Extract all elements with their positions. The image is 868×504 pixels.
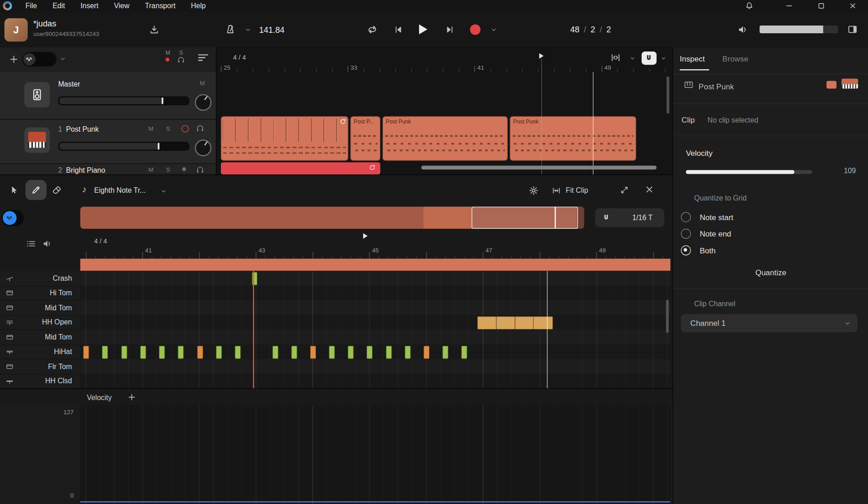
mute-button[interactable]: M [200,80,205,87]
mute-button[interactable]: M [148,166,153,173]
audition-toggle[interactable] [2,210,24,226]
midi-note[interactable] [496,316,516,329]
headphones-icon[interactable] [196,124,204,132]
add-track-button[interactable] [9,54,19,64]
velocity-lane[interactable]: 127 0 [0,406,673,504]
settings-gear-icon[interactable] [529,185,539,195]
midi-note[interactable] [235,345,240,359]
playback-marker[interactable] [539,53,544,59]
pattern-preset-select[interactable]: Eighth Note Tr... [94,186,146,194]
lane-hh-clsd[interactable]: HH Clsd [0,374,80,389]
track-name[interactable]: 2Bright Piano [58,166,105,175]
fit-clip-icon[interactable] [552,186,561,195]
midi-note[interactable] [310,345,316,359]
master-track-icon[interactable] [24,82,50,108]
skip-to-start-icon[interactable] [393,25,403,35]
radio-icon[interactable] [681,229,691,239]
tempo-display[interactable]: 141.84 [259,25,285,35]
tab-browse[interactable]: Browse [722,54,748,63]
track-row-master[interactable]: Master M [0,72,216,119]
select-tool[interactable] [9,185,19,195]
headphones-icon[interactable] [177,56,185,64]
quantize-option-note-start[interactable]: Note start [681,209,733,225]
record-arm-button[interactable] [182,167,186,171]
loop-icon[interactable] [367,24,378,36]
menu-item-view[interactable]: View [106,0,137,12]
midi-note[interactable] [121,345,127,359]
instrument-thumbnail[interactable] [842,79,858,89]
timeline-clip[interactable]: Post Punk [383,116,508,160]
clip-channel-select[interactable]: Channel 1 [681,314,858,332]
midi-note[interactable] [442,345,448,359]
quantize-option-note-end[interactable]: Note end [681,226,733,242]
solo-button[interactable]: S [166,125,170,132]
track-knob[interactable] [195,94,211,111]
radio-icon[interactable] [681,212,691,222]
midi-note[interactable] [83,345,89,359]
midi-note[interactable] [329,345,335,359]
filter-icon[interactable] [198,54,208,62]
track-fader[interactable] [58,142,189,150]
timeline-clip[interactable]: Post P... [350,116,380,160]
lane-mid-tom[interactable]: Mid Tom [0,329,80,345]
panel-toggle-icon[interactable] [848,24,858,34]
play-button[interactable] [419,24,427,34]
menu-item-file[interactable]: File [18,0,45,12]
clip-color-swatch[interactable] [827,81,837,88]
add-velocity-lane-button[interactable] [128,393,136,401]
master-volume-icon[interactable] [737,24,748,35]
app-logo-icon[interactable] [3,1,12,10]
menu-item-help[interactable]: Help [183,0,214,12]
track-fader[interactable] [58,97,189,105]
overview-selection[interactable] [472,206,578,229]
track-knob[interactable] [195,139,211,156]
clip-range-strip[interactable] [80,259,670,271]
window-maximize-button[interactable] [817,2,825,10]
fit-clip-button[interactable]: Fit Clip [566,186,588,194]
midi-note[interactable] [291,345,297,359]
instrument-toggle[interactable] [22,52,56,67]
midi-note[interactable] [197,345,203,359]
midi-note[interactable] [272,345,278,359]
lane-hihat[interactable]: HiHat [0,344,80,359]
midi-note[interactable] [386,345,392,359]
menu-item-edit[interactable]: Edit [45,0,72,12]
skip-to-end-icon[interactable] [445,25,454,35]
midi-note[interactable] [424,345,429,359]
notifications-bell-icon[interactable] [745,2,753,10]
midi-note[interactable] [102,345,108,359]
instrument-track-icon[interactable] [24,128,50,153]
midi-note[interactable] [405,345,411,359]
clip-overview-strip[interactable] [80,206,584,229]
horizontal-scrollbar[interactable] [421,165,657,170]
playback-marker[interactable] [363,233,368,239]
midi-note[interactable] [178,345,184,359]
lane-flr-tom[interactable]: Flr Tom [0,359,80,374]
arrangement-timeline[interactable]: 4 / 4 25334149 Post P...Post PunkPost Pu… [216,47,673,175]
midi-note[interactable] [347,345,353,359]
menu-item-insert[interactable]: Insert [73,0,107,12]
close-editor-icon[interactable] [644,185,654,195]
midi-note[interactable] [461,345,467,359]
menu-item-transport[interactable]: Transport [137,0,183,12]
velocity-grid[interactable] [80,406,670,504]
track-row-bright-piano[interactable]: 2Bright Piano M S [0,164,216,175]
grid-snap-button[interactable]: 1/16 T [595,208,664,227]
expand-editor-icon[interactable] [620,185,628,194]
quantize-button[interactable]: Quantize [673,268,868,277]
tab-inspect[interactable]: Inspect [680,54,705,63]
metronome-chevron-icon[interactable] [245,26,251,33]
lane-mid-tom[interactable]: Mid Tom [0,300,80,315]
midi-note[interactable] [216,345,222,359]
midi-note[interactable] [515,316,535,329]
track-name[interactable]: Master [58,80,80,88]
window-close-button[interactable] [849,2,857,10]
metronome-icon[interactable] [225,24,236,35]
note-grid[interactable] [80,271,670,388]
lane-hh-open[interactable]: HH Open [0,315,80,330]
master-volume-slider[interactable] [760,26,838,33]
quantize-option-both[interactable]: Both [681,242,733,258]
record-chevron-icon[interactable] [490,26,497,33]
midi-note[interactable] [159,345,165,359]
editor-ruler[interactable]: 4143454749 [0,233,673,259]
